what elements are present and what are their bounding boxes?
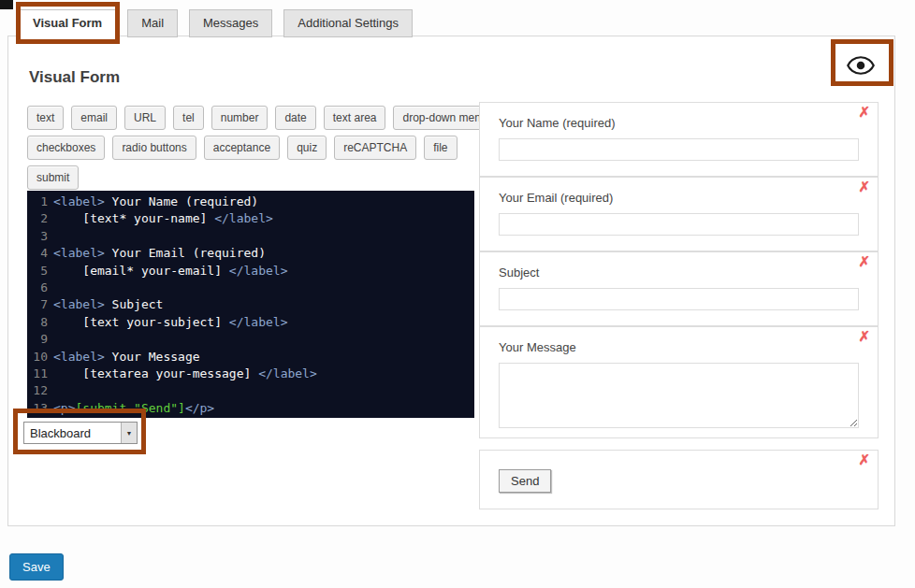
line-number: 6 xyxy=(27,280,53,296)
screen: Visual FormMailMessagesAdditional Settin… xyxy=(0,0,915,588)
line-number: 7 xyxy=(27,296,53,313)
tab-mail[interactable]: Mail xyxy=(127,9,178,37)
code-line: [text* your-name] </label> xyxy=(53,210,273,227)
tag-button-url[interactable]: URL xyxy=(124,106,166,130)
code-line: [email* your-email] </label> xyxy=(53,263,287,280)
tag-button-email[interactable]: email xyxy=(71,106,117,130)
line-number: 13 xyxy=(27,400,53,417)
field-text-input[interactable] xyxy=(499,288,859,310)
form-preview: ✗Your Name (required)✗Your Email (requir… xyxy=(479,102,879,509)
field-text-input[interactable] xyxy=(499,138,859,161)
admin-bar-fragment xyxy=(0,0,13,9)
tag-button-text[interactable]: text xyxy=(27,106,64,130)
tag-button-tel[interactable]: tel xyxy=(173,106,204,130)
field-text-input[interactable] xyxy=(499,213,859,236)
line-number: 5 xyxy=(27,263,53,280)
code-line: <label> Your Name (required) xyxy=(53,194,258,210)
tag-button-file[interactable]: file xyxy=(424,136,457,160)
preview-field-your-subject: ✗Subject xyxy=(479,251,879,326)
editor-theme-select[interactable]: Blackboard ▼ xyxy=(23,422,138,444)
line-number: 8 xyxy=(27,314,53,331)
line-number: 12 xyxy=(27,382,53,399)
tab-messages[interactable]: Messages xyxy=(189,9,272,37)
visual-form-panel: Visual Form textemailURLtelnumberdatetex… xyxy=(7,36,895,526)
tag-button-checkboxes[interactable]: checkboxes xyxy=(27,136,105,160)
line-number: 4 xyxy=(27,245,53,262)
code-line: <label> Your Message xyxy=(53,349,200,366)
field-label: Your Email (required) xyxy=(499,191,859,205)
preview-send-button[interactable]: Send xyxy=(499,469,551,493)
preview-field-submit: ✗Send xyxy=(479,450,879,509)
delete-field-icon[interactable]: ✗ xyxy=(858,253,870,270)
preview-field-your-name: ✗Your Name (required) xyxy=(479,102,879,177)
line-number: 9 xyxy=(27,331,53,348)
code-line: <label> Subject xyxy=(53,296,163,313)
tab-visual-form[interactable]: Visual Form xyxy=(19,9,116,37)
code-line: <p>[submit "Send"]</p> xyxy=(53,400,214,417)
tag-button-radio-buttons[interactable]: radio buttons xyxy=(112,136,196,160)
line-number: 10 xyxy=(27,349,53,366)
tag-button-number[interactable]: number xyxy=(211,106,269,130)
tag-button-acceptance[interactable]: acceptance xyxy=(204,136,280,160)
page-title: Visual Form xyxy=(29,68,120,87)
tag-button-recaptcha[interactable]: reCAPTCHA xyxy=(334,136,416,160)
theme-select-value: Blackboard xyxy=(24,426,121,440)
eye-icon xyxy=(847,63,875,79)
tag-generator: textemailURLtelnumberdatetext areadrop-d… xyxy=(27,106,497,195)
code-line: <label> Your Email (required) xyxy=(53,245,266,262)
delete-field-icon[interactable]: ✗ xyxy=(858,328,870,345)
tag-button-text-area[interactable]: text area xyxy=(324,106,386,130)
delete-field-icon[interactable]: ✗ xyxy=(858,104,870,121)
preview-toggle-button[interactable] xyxy=(847,55,877,78)
field-textarea-input[interactable] xyxy=(499,363,859,428)
chevron-down-icon: ▼ xyxy=(121,423,137,443)
code-line: [textarea your-message] </label> xyxy=(53,366,317,382)
form-code-editor[interactable]: 1<label> Your Name (required)2 [text* yo… xyxy=(27,191,474,418)
tab-additional-settings[interactable]: Additional Settings xyxy=(283,9,413,37)
code-line: [text your-subject] </label> xyxy=(53,314,287,331)
tag-button-submit[interactable]: submit xyxy=(27,165,79,190)
tag-button-quiz[interactable]: quiz xyxy=(287,136,327,160)
field-label: Your Name (required) xyxy=(499,116,859,130)
field-label: Your Message xyxy=(499,340,859,354)
tag-button-date[interactable]: date xyxy=(275,106,315,130)
tab-bar: Visual FormMailMessagesAdditional Settin… xyxy=(19,9,413,37)
line-number: 1 xyxy=(27,194,53,210)
preview-field-your-email: ✗Your Email (required) xyxy=(479,177,879,251)
line-number: 11 xyxy=(27,366,53,382)
save-button[interactable]: Save xyxy=(9,553,64,581)
field-label: Subject xyxy=(499,265,859,280)
preview-field-your-message: ✗Your Message xyxy=(479,326,879,438)
line-number: 2 xyxy=(27,210,53,227)
delete-field-icon[interactable]: ✗ xyxy=(858,179,870,195)
delete-field-icon[interactable]: ✗ xyxy=(858,452,870,468)
line-number: 3 xyxy=(27,228,53,245)
